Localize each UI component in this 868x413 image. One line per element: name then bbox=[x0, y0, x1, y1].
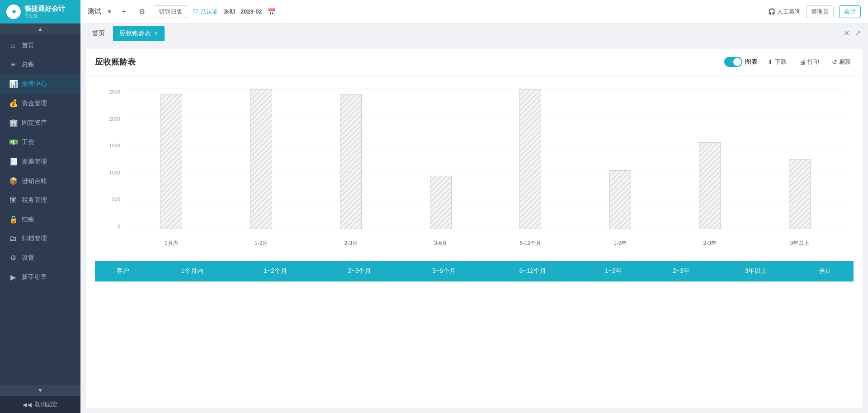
table-section: 客户1个月内1~2个月2~3个月3~6个月6~12个月1~2年2~3年3年以上合… bbox=[86, 261, 863, 291]
sidebar-item-close[interactable]: 🔒 结账 bbox=[0, 210, 80, 229]
bar-group-5 bbox=[576, 89, 665, 229]
app-logo-icon: ✦ bbox=[6, 5, 21, 19]
sidebar-item-tax[interactable]: 🏛 税务管理 bbox=[0, 191, 80, 210]
bar-4 bbox=[519, 89, 541, 229]
sidebar-icon-home: ⌂ bbox=[9, 42, 17, 50]
sidebar-scroll-down[interactable]: ▼ bbox=[0, 385, 80, 396]
sidebar-nav: ⌂ 首页 ≡ 总账 📊 报表中心 💰 资金管理 🏢 固定资产 💵 工资 🧾 发票… bbox=[0, 34, 80, 385]
sidebar-scroll-up[interactable]: ▲ bbox=[0, 23, 80, 34]
topbar-calendar-icon[interactable]: 📅 bbox=[268, 8, 275, 15]
tab-home-label: 首页 bbox=[92, 29, 105, 38]
refresh-icon: ↺ bbox=[832, 58, 837, 66]
tabbar: 首页 应收账龄表 ✕ ✕ ⤢ bbox=[80, 23, 868, 43]
content-wrapper: 应收账龄表 图表 ⬇ 下载 🖨 打印 ↺ bbox=[86, 49, 863, 408]
th-3: 2~3个月 bbox=[317, 261, 401, 282]
bar-2 bbox=[340, 94, 362, 229]
x-label-3: 3-6月 bbox=[396, 239, 486, 247]
sidebar-item-settings[interactable]: ⚙ 设置 bbox=[0, 248, 80, 268]
sidebar-icon-archive: 🗂 bbox=[9, 235, 17, 243]
th-5: 6~12个月 bbox=[486, 261, 580, 282]
print-label: 打印 bbox=[807, 58, 819, 66]
sidebar-label-capital: 资金管理 bbox=[22, 99, 47, 108]
sidebar-label-tax: 税务管理 bbox=[22, 196, 47, 204]
x-label-1: 1-2月 bbox=[217, 239, 307, 247]
th-6: 1~2年 bbox=[580, 261, 647, 282]
bar-group-1 bbox=[217, 89, 307, 229]
sidebar-item-guide[interactable]: ▶ 新手引导 bbox=[0, 268, 80, 287]
sidebar-item-payroll[interactable]: 💵 工资 bbox=[0, 132, 80, 152]
main-area: 测试 ▼ ＋ ⚙ 切到旧版 🛡 已认证 账期 2023-02 📅 🎧 人工咨询 … bbox=[80, 0, 868, 413]
th-2: 1~2个月 bbox=[233, 261, 317, 282]
app-name: 畅捷通好会计 bbox=[24, 5, 65, 13]
page-title: 应收账龄表 bbox=[95, 56, 724, 67]
bar-5 bbox=[609, 170, 631, 229]
sidebar-icon-invoice: 🧾 bbox=[9, 157, 17, 166]
x-label-5: 1-2年 bbox=[576, 239, 665, 247]
chart-toggle[interactable] bbox=[724, 57, 742, 67]
chart-toggle-label: 图表 bbox=[745, 58, 758, 66]
tab-aging-close[interactable]: ✕ bbox=[154, 30, 158, 37]
topbar-settings-btn[interactable]: ⚙ bbox=[136, 5, 148, 18]
app-edition: 专业版 bbox=[24, 13, 38, 19]
sidebar-label-ledger: 总账 bbox=[22, 61, 34, 69]
chart-toggle-group: 图表 bbox=[724, 57, 758, 67]
sidebar-label-home: 首页 bbox=[22, 42, 34, 50]
topbar-role-btn[interactable]: 会计 bbox=[839, 5, 861, 18]
refresh-btn[interactable]: ↺ 刷新 bbox=[829, 56, 854, 68]
consult-icon: 🎧 bbox=[768, 8, 775, 15]
sidebar-label-close: 结账 bbox=[22, 216, 34, 224]
tab-close-btn[interactable]: ✕ bbox=[842, 27, 851, 39]
sidebar-label-assets: 固定资产 bbox=[22, 119, 47, 127]
sidebar-icon-tax: 🏛 bbox=[9, 196, 17, 204]
topbar-switch-old-btn[interactable]: 切到旧版 bbox=[154, 5, 187, 18]
tabbar-right: ✕ ⤢ bbox=[842, 27, 863, 39]
th-1: 1个月内 bbox=[151, 261, 233, 282]
content-toolbar: 图表 ⬇ 下载 🖨 打印 ↺ 刷新 bbox=[724, 56, 854, 68]
bar-7 bbox=[789, 159, 811, 229]
sidebar-item-reports[interactable]: 📊 报表中心 bbox=[0, 74, 80, 94]
cancel-fixed-icon: ◀◀ bbox=[23, 401, 32, 408]
sidebar-label-invoice: 发票管理 bbox=[22, 158, 47, 166]
sidebar-item-purchase[interactable]: 📦 进销台账 bbox=[0, 171, 80, 191]
sidebar: ✦ 畅捷通好会计 专业版 ▲ ⌂ 首页 ≡ 总账 📊 报表中心 💰 资金管理 🏢… bbox=[0, 0, 80, 413]
sidebar-item-invoice[interactable]: 🧾 发票管理 bbox=[0, 152, 80, 171]
th-4: 3~6个月 bbox=[402, 261, 486, 282]
x-label-2: 2-3月 bbox=[306, 239, 396, 247]
sidebar-item-assets[interactable]: 🏢 固定资产 bbox=[0, 113, 80, 132]
sidebar-label-archive: 归档管理 bbox=[22, 235, 47, 243]
bar-group-7 bbox=[755, 89, 845, 229]
x-label-6: 2-3年 bbox=[665, 239, 755, 247]
bar-group-6 bbox=[665, 89, 755, 229]
chart-plot bbox=[127, 89, 844, 229]
sidebar-cancel-fixed[interactable]: ◀◀ 取消固定 bbox=[0, 396, 80, 413]
sidebar-item-ledger[interactable]: ≡ 总账 bbox=[0, 55, 80, 74]
consult-label: 人工咨询 bbox=[777, 8, 801, 16]
tab-home[interactable]: 首页 bbox=[86, 26, 111, 41]
tab-expand-btn[interactable]: ⤢ bbox=[853, 27, 863, 39]
bar-3 bbox=[430, 176, 452, 229]
sidebar-item-capital[interactable]: 💰 资金管理 bbox=[0, 94, 80, 113]
chart-area: 0 500 1000 1500 2000 2500 bbox=[86, 75, 863, 261]
download-btn[interactable]: ⬇ 下载 bbox=[765, 56, 789, 68]
x-label-7: 3年以上 bbox=[755, 239, 845, 247]
sidebar-icon-payroll: 💵 bbox=[9, 138, 17, 146]
topbar-module-title: 测试 bbox=[88, 7, 101, 16]
data-table: 客户1个月内1~2个月2~3个月3~6个月6~12个月1~2年2~3年3年以上合… bbox=[95, 261, 854, 282]
topbar-certified: 🛡 已认证 bbox=[193, 8, 218, 16]
topbar-consult[interactable]: 🎧 人工咨询 bbox=[768, 8, 801, 16]
y-label-500: 500 bbox=[102, 197, 120, 202]
topbar-dropdown-arrow[interactable]: ▼ bbox=[107, 9, 112, 15]
sidebar-icon-close: 🔒 bbox=[9, 215, 17, 224]
tab-aging[interactable]: 应收账龄表 ✕ bbox=[113, 26, 165, 41]
sidebar-item-archive[interactable]: 🗂 归档管理 bbox=[0, 229, 80, 248]
bar-1 bbox=[250, 89, 272, 229]
sidebar-label-settings: 设置 bbox=[22, 254, 34, 262]
print-btn[interactable]: 🖨 打印 bbox=[797, 56, 822, 68]
bars-container bbox=[127, 89, 844, 229]
topbar-period-value: 2023-02 bbox=[241, 8, 262, 15]
sidebar-item-home[interactable]: ⌂ 首页 bbox=[0, 36, 80, 55]
page-content: 应收账龄表 图表 ⬇ 下载 🖨 打印 ↺ bbox=[80, 43, 868, 413]
sidebar-icon-reports: 📊 bbox=[9, 80, 17, 88]
topbar-add-btn[interactable]: ＋ bbox=[118, 5, 130, 18]
topbar-user-btn[interactable]: 管理员 bbox=[806, 5, 834, 18]
